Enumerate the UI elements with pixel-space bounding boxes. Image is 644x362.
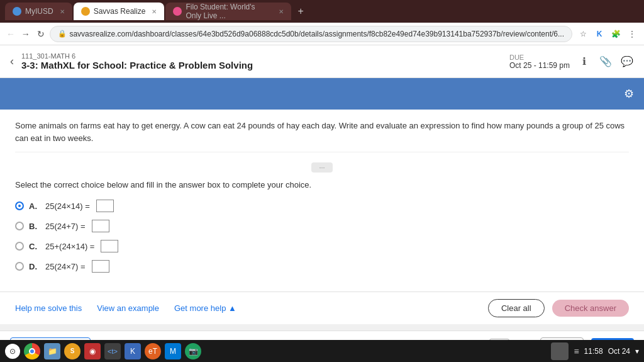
- option-a-radio[interactable]: [15, 201, 24, 210]
- option-d-radio[interactable]: [15, 262, 24, 271]
- taskbar-app5-icon[interactable]: M: [165, 343, 181, 359]
- tab-filo-close[interactable]: ✕: [279, 8, 284, 15]
- due-label: DUE: [509, 54, 570, 61]
- question-area: Some animals on farms eat hay to get ene…: [0, 110, 644, 298]
- address-text: savvasrealize.com/dashboard/classes/64e3…: [69, 30, 564, 38]
- taskbar-date: Oct 24: [608, 347, 630, 356]
- new-tab-button[interactable]: +: [292, 6, 308, 17]
- option-a-text: 25(24×14) =: [45, 201, 90, 211]
- taskbar-app2-icon[interactable]: <t>: [104, 343, 121, 359]
- back-browser-button[interactable]: ←: [5, 26, 16, 42]
- options-list: A. 25(24×14) = B. 25(24+7) = C. 25+(24×1…: [15, 200, 629, 273]
- tab-savvas-label: Savvas Realize: [94, 7, 146, 16]
- tab-myiusd-close[interactable]: ✕: [60, 8, 65, 15]
- tab-myiusd-label: MyIUSD: [25, 7, 53, 16]
- option-a-row[interactable]: A. 25(24×14) =: [15, 200, 629, 212]
- myiusd-tab-icon: [13, 7, 21, 16]
- due-date: Oct 25 - 11:59 pm: [509, 61, 570, 70]
- tab-filo-label: Filo Student: World's Only Live ...: [186, 3, 272, 20]
- taskbar: ⊙ 📁 S ◉ <t> K eT M 📷 ≡ 11:58 Oct 24 ▾: [0, 340, 644, 362]
- instruction-text: Select the correct choice below and fill…: [15, 180, 629, 189]
- check-answer-button[interactable]: Check answer: [552, 300, 629, 317]
- address-bar[interactable]: 🔒 savvasrealize.com/dashboard/classes/64…: [50, 26, 572, 42]
- settings-icon[interactable]: ⚙: [624, 87, 634, 101]
- question-text: Some animals on farms eat hay to get ene…: [15, 120, 629, 152]
- option-c-radio[interactable]: [15, 242, 24, 251]
- option-b-text: 25(24+7) =: [45, 222, 86, 231]
- taskbar-files-icon[interactable]: 📁: [44, 343, 60, 359]
- chat-icon[interactable]: 💬: [620, 55, 634, 69]
- wifi-icon: ▾: [635, 347, 639, 356]
- option-d-row[interactable]: D. 25(24×7) =: [15, 260, 629, 273]
- option-d-input[interactable]: [92, 260, 109, 273]
- action-bar: Help me solve this View an example Get m…: [0, 291, 644, 324]
- taskbar-chrome-icon[interactable]: [24, 343, 40, 359]
- taskbar-app4-icon[interactable]: eT: [145, 343, 161, 359]
- tab-savvas-close[interactable]: ✕: [152, 8, 157, 15]
- option-d-label: D.: [29, 262, 40, 271]
- get-more-help-link[interactable]: Get more help ▲: [174, 303, 236, 313]
- breadcrumb: 111_301-MATH 6: [21, 52, 253, 60]
- refresh-button[interactable]: ↻: [35, 26, 47, 42]
- option-c-input[interactable]: [101, 240, 118, 252]
- clear-all-button[interactable]: Clear all: [488, 299, 545, 317]
- tab-filo[interactable]: Filo Student: World's Only Live ... ✕: [165, 3, 291, 20]
- taskbar-time: 11:58: [584, 347, 603, 356]
- option-b-input[interactable]: [92, 220, 109, 232]
- option-d-text: 25(24×7) =: [45, 262, 86, 271]
- option-a-label: A.: [29, 201, 40, 211]
- taskbar-menu-icon[interactable]: ≡: [574, 346, 579, 356]
- option-a-input[interactable]: [96, 200, 114, 212]
- extensions-button[interactable]: 🧩: [609, 27, 623, 41]
- extension-k-icon[interactable]: K: [592, 27, 606, 41]
- option-c-label: C.: [29, 242, 40, 251]
- page-back-button[interactable]: ‹: [10, 55, 14, 68]
- option-c-row[interactable]: C. 25+(24×14) =: [15, 240, 629, 252]
- taskbar-system-icon[interactable]: ⊙: [5, 344, 20, 359]
- expand-button[interactable]: ···: [311, 162, 332, 173]
- tab-myiusd[interactable]: MyIUSD ✕: [5, 3, 72, 20]
- savvas-tab-icon: [81, 7, 90, 16]
- user-avatar[interactable]: [551, 342, 569, 360]
- attachment-icon[interactable]: 📎: [599, 55, 613, 69]
- more-button[interactable]: ⋮: [625, 27, 639, 41]
- taskbar-app6-icon[interactable]: 📷: [185, 343, 201, 359]
- option-b-radio[interactable]: [15, 222, 24, 230]
- info-icon[interactable]: ℹ: [577, 55, 591, 69]
- bookmark-button[interactable]: ☆: [576, 27, 590, 41]
- forward-browser-button[interactable]: →: [20, 26, 31, 42]
- question-header-bar: ⚙: [0, 78, 644, 110]
- option-b-label: B.: [29, 222, 40, 231]
- taskbar-savvas-icon[interactable]: S: [64, 343, 80, 359]
- help-solve-link[interactable]: Help me solve this: [15, 303, 82, 313]
- page-title: 3-3: MathXL for School: Practice & Probl…: [21, 60, 253, 71]
- view-example-link[interactable]: View an example: [97, 303, 159, 313]
- filo-tab-icon: [173, 7, 182, 16]
- tab-savvas[interactable]: Savvas Realize ✕: [74, 3, 165, 20]
- taskbar-app3-icon[interactable]: K: [125, 343, 141, 359]
- option-b-row[interactable]: B. 25(24+7) =: [15, 220, 629, 232]
- page-header: ‹ 111_301-MATH 6 3-3: MathXL for School:…: [0, 45, 644, 78]
- taskbar-app1-icon[interactable]: ◉: [84, 343, 101, 359]
- option-c-text: 25+(24×14) =: [45, 242, 94, 251]
